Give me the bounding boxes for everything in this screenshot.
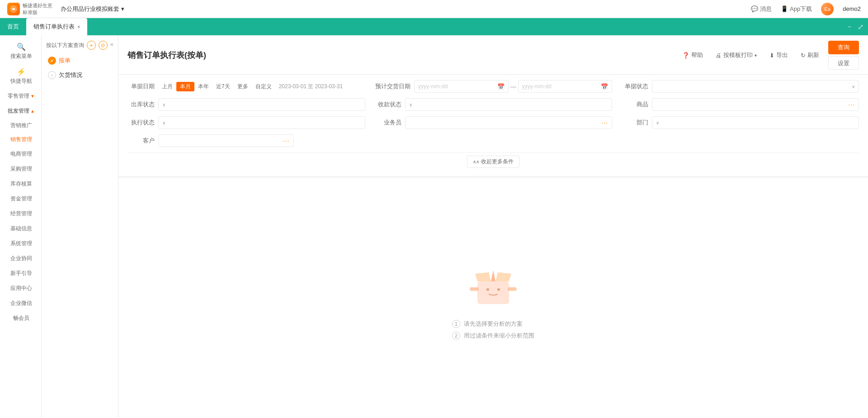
date-tab-more[interactable]: 更多 bbox=[234, 82, 252, 91]
forecast-end-calendar-icon: 📅 bbox=[601, 83, 608, 90]
collapse-panel-button[interactable]: « bbox=[110, 41, 113, 50]
plan-item-andan[interactable]: ✔ 按单 bbox=[42, 53, 118, 68]
empty-hint-2: 2 用过滤条件来缩小分析范围 bbox=[452, 332, 534, 340]
refresh-button[interactable]: ↻ 刷新 bbox=[797, 49, 823, 61]
hint-num-2: 2 bbox=[452, 332, 460, 340]
setting-button[interactable]: 设置 bbox=[828, 56, 859, 70]
app-selector[interactable]: 办公用品行业模拟账套 ▾ bbox=[61, 5, 124, 13]
forecast-start-calendar-icon: 📅 bbox=[497, 83, 505, 90]
left-panel: 按以下方案查询 + ⊙ « ✔ 按单 bbox=[42, 35, 118, 418]
forecast-date-start[interactable]: yyyy-mm-dd 📅 bbox=[414, 80, 509, 93]
download-icon: 📱 bbox=[781, 5, 788, 12]
message-action[interactable]: 💬 消息 bbox=[751, 5, 772, 13]
message-label: 消息 bbox=[760, 5, 772, 13]
left-panel-actions: + ⊙ « bbox=[87, 41, 113, 50]
user-name[interactable]: demo2 bbox=[843, 5, 861, 12]
date-tab-7days[interactable]: 近7天 bbox=[212, 82, 234, 91]
payment-label: 收款状态 bbox=[374, 100, 401, 109]
sidebar-item-quicknav[interactable]: ⚡ 快捷导航 bbox=[0, 64, 41, 89]
sidebar-item-retail[interactable]: 零售管理 ▼ bbox=[0, 89, 41, 104]
sidebar-item-wholesale[interactable]: 批发管理 ▲ bbox=[0, 104, 41, 119]
plan-item-shortage[interactable]: ○ 欠货情况 bbox=[42, 68, 118, 82]
payment-select[interactable]: ∨ bbox=[405, 98, 612, 111]
sidebar-item-finance[interactable]: 资金管理 bbox=[0, 191, 41, 206]
help-button[interactable]: ❓ 帮助 bbox=[679, 49, 707, 61]
refresh-label: 刷新 bbox=[807, 51, 819, 59]
sidebar-item-marketing[interactable]: 营销推广 bbox=[0, 119, 41, 133]
sidebar-item-appstore[interactable]: 应用中心 bbox=[0, 281, 41, 296]
sidebar-enterprise-label: 企业协同 bbox=[10, 255, 32, 262]
dept-select[interactable]: ∨ bbox=[652, 116, 859, 129]
svg-rect-3 bbox=[508, 287, 517, 291]
message-icon: 💬 bbox=[751, 5, 758, 12]
query-button[interactable]: 查询 bbox=[828, 41, 859, 54]
svg-point-4 bbox=[486, 288, 489, 291]
export-icon: ⬇ bbox=[769, 52, 774, 59]
svg-point-5 bbox=[497, 288, 500, 291]
date-tab-thisyear[interactable]: 本年 bbox=[194, 82, 212, 91]
sidebar-item-operations[interactable]: 经营管理 bbox=[0, 206, 41, 221]
print-label: 按模板打印 bbox=[723, 51, 753, 59]
filter-row-2: 出库状态 ∨ 收款状态 ∨ bbox=[127, 98, 859, 111]
refresh-icon: ↻ bbox=[801, 52, 806, 59]
page-header-top: 销售订单执行表(按单) ❓ 帮助 🖨 按模板打印 ▾ bbox=[127, 41, 859, 74]
collapse-button[interactable]: ∧∧ 收起更多条件 bbox=[467, 156, 519, 168]
sidebar-item-newbie[interactable]: 新手引导 bbox=[0, 266, 41, 281]
logo-icon bbox=[7, 3, 20, 15]
date-range: yyyy-mm-dd 📅 — yyyy-mm-dd 📅 bbox=[414, 80, 612, 93]
date-tab-lastmonth[interactable]: 上月 bbox=[158, 82, 176, 91]
sidebar-item-wechat[interactable]: 企业微信 bbox=[0, 296, 41, 311]
sidebar-item-ecommerce[interactable]: 电商管理 bbox=[0, 147, 41, 162]
sidebar-item-system[interactable]: 系统管理 bbox=[0, 236, 41, 251]
sidebar-item-sales[interactable]: 销售管理 bbox=[0, 133, 41, 147]
date-tab-thismonth[interactable]: 本月 bbox=[176, 82, 194, 91]
content-layout: 按以下方案查询 + ⊙ « ✔ 按单 bbox=[42, 35, 868, 418]
sidebar-item-purchase[interactable]: 采购管理 bbox=[0, 162, 41, 176]
filter-item-dept: 部门 ∨ bbox=[621, 116, 859, 129]
sidebar-ecommerce-label: 电商管理 bbox=[10, 150, 32, 158]
delivery-select[interactable]: ∨ bbox=[158, 98, 365, 111]
sidebar-item-inventory[interactable]: 库存核算 bbox=[0, 176, 41, 191]
app-selector-label: 办公用品行业模拟账套 bbox=[61, 5, 119, 13]
status-select[interactable]: ∨ bbox=[652, 80, 859, 93]
filter-row-1: 单据日期 上月 本月 本年 近7天 更多 自定义 2023-03-01 至 20… bbox=[127, 80, 859, 93]
execution-select[interactable]: ∨ bbox=[158, 116, 365, 129]
dept-arrow-icon: ∨ bbox=[656, 120, 659, 125]
collapse-up-icon: ∧∧ bbox=[473, 159, 479, 164]
delivery-arrow-icon: ∨ bbox=[162, 102, 165, 107]
tab-maximize-icon[interactable]: ⤢ bbox=[858, 23, 863, 31]
empty-illustration bbox=[466, 256, 520, 311]
export-button[interactable]: ⬇ 导出 bbox=[766, 49, 792, 61]
main-layout: 🔍 搜索菜单 ⚡ 快捷导航 零售管理 ▼ 批发管理 ▲ 营销推广 销售管理 电商… bbox=[0, 35, 868, 418]
hint-text-2: 用过滤条件来缩小分析范围 bbox=[464, 332, 534, 340]
salesperson-label: 业务员 bbox=[374, 119, 401, 127]
filter-item-customer: 客户 ··· bbox=[127, 134, 317, 147]
sidebar-sales-label: 销售管理 bbox=[10, 136, 32, 143]
main-content: 按以下方案查询 + ⊙ « ✔ 按单 bbox=[42, 35, 868, 418]
sidebar-item-basicinfo[interactable]: 基础信息 bbox=[0, 221, 41, 236]
sidebar-item-enterprise[interactable]: 企业协同 bbox=[0, 251, 41, 266]
tab-home[interactable]: 首页 bbox=[0, 18, 26, 35]
tab-close-icon[interactable]: × bbox=[77, 24, 80, 29]
goods-input[interactable]: ··· bbox=[652, 98, 859, 111]
edit-plan-button[interactable]: ⊙ bbox=[99, 41, 108, 50]
execution-arrow-icon: ∨ bbox=[162, 120, 165, 125]
download-action[interactable]: 📱 App下载 bbox=[781, 5, 812, 13]
sidebar-item-search[interactable]: 🔍 搜索菜单 bbox=[0, 39, 41, 64]
page-header-actions: ❓ 帮助 🖨 按模板打印 ▾ ⬇ 导出 bbox=[679, 41, 859, 70]
print-button[interactable]: 🖨 按模板打印 ▾ bbox=[712, 49, 760, 61]
forecast-date-end[interactable]: yyyy-mm-dd 📅 bbox=[518, 80, 613, 93]
sidebar-purchase-label: 采购管理 bbox=[10, 165, 32, 173]
user-avatar[interactable]: Ea bbox=[821, 3, 834, 15]
sidebar-item-member[interactable]: 畅会员 bbox=[0, 311, 41, 326]
svg-rect-1 bbox=[477, 281, 509, 304]
add-plan-button[interactable]: + bbox=[87, 41, 96, 50]
date-tab-custom[interactable]: 自定义 bbox=[252, 82, 275, 91]
tab-active[interactable]: 销售订单执行表 × bbox=[26, 18, 87, 35]
collapse-bar: ∧∧ 收起更多条件 bbox=[127, 152, 859, 171]
salesperson-input[interactable]: ··· bbox=[405, 116, 612, 129]
customer-input[interactable]: ··· bbox=[158, 134, 294, 147]
sidebar-quicknav-label: 快捷导航 bbox=[10, 77, 32, 85]
filter-area: 单据日期 上月 本月 本年 近7天 更多 自定义 2023-03-01 至 20… bbox=[118, 75, 868, 176]
tab-minimize-icon[interactable]: － bbox=[846, 22, 853, 32]
